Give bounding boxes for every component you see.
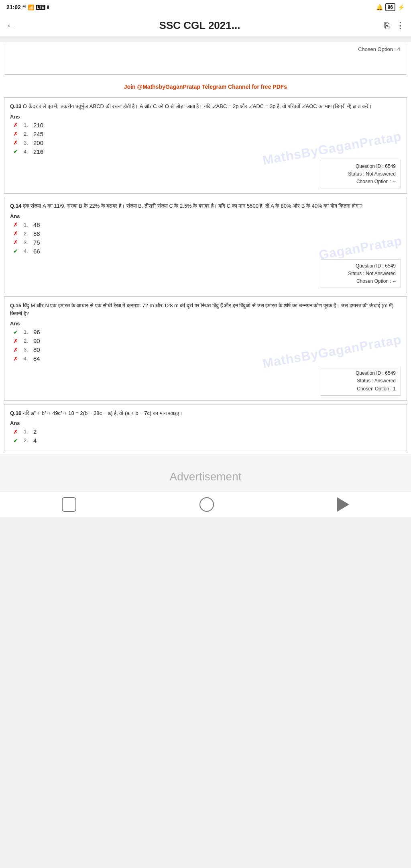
status-value-q13: Not Answered [366, 171, 396, 177]
ans-label-q16: Ans [10, 420, 401, 426]
question-text-q13: Q.13 O केंद्र वाले वृत में, चक्रीय चतुर्… [10, 102, 401, 110]
question-num-q16: Q.16 [10, 410, 23, 416]
bottom-nav [0, 491, 411, 517]
status-value-q14: Not Answered [366, 271, 396, 276]
notification-icon: 🔔 [376, 4, 383, 10]
option-num-q13-1: 1. [24, 122, 30, 128]
question-id-inner-q14: Question ID : 6549 Status : Not Answered… [321, 259, 401, 288]
option-icon-q16-2: ✔ [13, 437, 20, 444]
option-num-q16-1: 1. [24, 429, 30, 435]
option-q14-3: ✗ 3. 75 [13, 239, 401, 246]
charging-icon: ⚡ [398, 4, 405, 10]
option-q13-2: ✗ 2. 245 [13, 131, 401, 137]
chosen-value-q14: -- [393, 278, 396, 284]
option-q14-2: ✗ 2. 88 [13, 230, 401, 237]
option-q15-1: ✔ 1. 96 [13, 329, 401, 335]
option-num-q14-2: 2. [24, 231, 30, 237]
option-text-q16-2: 4 [33, 437, 37, 444]
lte-badge: LTE [36, 5, 45, 10]
qid-label-q13: Question ID : [356, 163, 385, 169]
options-list-q15: ✔ 1. 96 ✗ 2. 90 ✗ 3. 80 ✗ 4. 84 [10, 329, 401, 362]
option-num-q14-1: 1. [24, 222, 30, 228]
option-q13-4: ✔ 4. 216 [13, 148, 401, 155]
question-id-box-q14: Question ID : 6549 Status : Not Answered… [10, 259, 401, 288]
nav-square-button[interactable] [62, 497, 76, 512]
option-text-q15-2: 90 [33, 337, 40, 344]
qid-value-q15: 6549 [385, 370, 396, 376]
battery-indicator: 96 [385, 3, 395, 11]
option-q15-2: ✗ 2. 90 [13, 337, 401, 344]
time: 21:02 [6, 4, 21, 10]
option-text-q13-4: 216 [33, 148, 43, 155]
option-icon-q14-3: ✗ [13, 239, 20, 245]
option-text-q15-4: 84 [33, 355, 40, 362]
option-q13-1: ✗ 1. 210 [13, 122, 401, 129]
chosen-value-q13: -- [393, 179, 396, 184]
option-num-q16-2: 2. [24, 437, 30, 443]
question-card-q14: GaganPratap Q.14 एक संख्या A का 11/9, सं… [4, 197, 407, 293]
network-indicator: ⁴ᴳ [22, 5, 26, 10]
back-button[interactable]: ← [6, 20, 15, 31]
option-icon-q15-1: ✔ [13, 329, 20, 335]
option-num-q15-2: 2. [24, 338, 30, 344]
question-id-box-q13: Question ID : 6549 Status : Not Answered… [10, 160, 401, 189]
option-text-q15-3: 80 [33, 346, 40, 353]
qid-value-q13: 6549 [385, 163, 396, 169]
main-content: Chosen Option : 4 Join @MathsbyGaganPrat… [0, 42, 411, 491]
options-list-q13: ✗ 1. 210 ✗ 2. 245 ✗ 3. 200 ✔ 4. 216 [10, 122, 401, 155]
chosen-value-q15: 1 [393, 386, 396, 392]
option-num-q15-3: 3. [24, 347, 30, 353]
status-label-q13: Status : [348, 171, 366, 177]
option-text-q15-1: 96 [33, 329, 40, 335]
option-q15-4: ✗ 4. 84 [13, 355, 401, 362]
nav-circle-button[interactable] [199, 497, 214, 512]
status-label-q14: Status : [348, 271, 366, 276]
ans-label-q13: Ans [10, 114, 401, 120]
option-text-q14-2: 88 [33, 230, 40, 237]
option-icon-q13-1: ✗ [13, 122, 20, 128]
ans-label-q14: Ans [10, 213, 401, 219]
status-value-q15: Answered [374, 378, 396, 384]
option-num-q15-1: 1. [24, 329, 30, 335]
option-icon-q13-4: ✔ [13, 148, 20, 155]
nav-back-button[interactable] [337, 497, 349, 512]
question-id-inner-q13: Question ID : 6549 Status : Not Answered… [321, 160, 401, 189]
option-icon-q14-4: ✔ [13, 248, 20, 254]
option-text-q14-1: 48 [33, 221, 40, 228]
battery-level: 96 [388, 4, 393, 10]
qid-value-q14: 6549 [385, 263, 396, 269]
app-bar: ← SSC CGL 2021... ⎘ ⋮ [0, 14, 411, 37]
option-q16-1: ✗ 1. 2 [13, 428, 401, 435]
advertisement-banner: Advertisement [0, 454, 411, 491]
option-text-q16-1: 2 [33, 428, 37, 435]
menu-button[interactable]: ⋮ [396, 20, 405, 31]
option-icon-q15-2: ✗ [13, 338, 20, 344]
status-bar-right: 🔔 96 ⚡ [376, 3, 405, 11]
share-button[interactable]: ⎘ [384, 20, 389, 31]
option-icon-q13-3: ✗ [13, 139, 20, 146]
status-bar: 21:02 ⁴ᴳ 📶 LTE Ⅱ 🔔 96 ⚡ [0, 0, 411, 14]
question-id-box-q15: Question ID : 6549 Status : Answered Cho… [10, 367, 401, 396]
question-id-inner-q15: Question ID : 6549 Status : Answered Cho… [321, 367, 401, 396]
option-text-q13-3: 200 [33, 139, 43, 146]
telegram-banner[interactable]: Join @MathsbyGaganPratap Telegram Channe… [0, 80, 411, 94]
chosen-label-q14: Chosen Option : [356, 278, 393, 284]
option-q14-1: ✗ 1. 48 [13, 221, 401, 228]
question-num-q14: Q.14 [10, 203, 23, 209]
option-text-q13-2: 245 [33, 131, 43, 137]
option-text-q13-1: 210 [33, 122, 43, 129]
question-card-q15: MathsByGaganPratap Q.15 बिंदु M और N एक … [4, 296, 407, 401]
option-icon-q15-4: ✗ [13, 355, 20, 362]
status-bar-left: 21:02 ⁴ᴳ 📶 LTE Ⅱ [6, 4, 49, 10]
option-icon-q16-1: ✗ [13, 429, 20, 435]
option-icon-q14-1: ✗ [13, 221, 20, 228]
question-text-q15: Q.15 बिंदु M और N एक इमारत के आधार से एक… [10, 302, 401, 317]
option-icon-q14-2: ✗ [13, 230, 20, 237]
sim-icon: Ⅱ [47, 5, 49, 10]
option-icon-q13-2: ✗ [13, 131, 20, 137]
chosen-label-q15: Chosen Option : [357, 386, 393, 392]
option-icon-q15-3: ✗ [13, 347, 20, 353]
qid-label-q14: Question ID : [356, 263, 385, 269]
option-q16-2: ✔ 2. 4 [13, 437, 401, 444]
question-card-q16: Q.16 यदि a² + b² + 49c² + 18 = 2(b − 28c… [4, 404, 407, 451]
